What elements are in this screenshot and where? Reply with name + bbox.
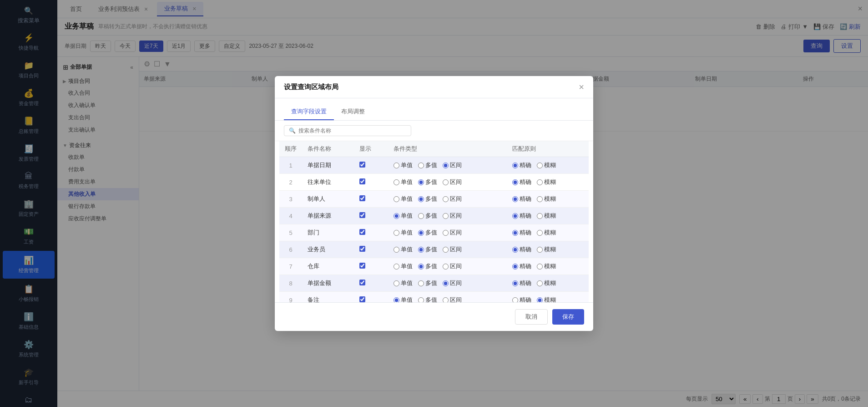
match-radio-label[interactable]: 模糊 (537, 178, 556, 186)
type-radio-input[interactable] (443, 230, 449, 236)
type-radio-label[interactable]: 区间 (443, 195, 462, 203)
type-radio-input[interactable] (418, 247, 424, 253)
type-radio-input[interactable] (443, 163, 449, 168)
match-radio-label[interactable]: 精确 (512, 296, 531, 302)
match-radio-input[interactable] (512, 196, 518, 202)
show-checkbox[interactable] (359, 246, 365, 252)
match-radio-label[interactable]: 精确 (512, 262, 531, 270)
type-radio-label[interactable]: 区间 (443, 229, 462, 237)
type-radio-label[interactable]: 多值 (418, 245, 437, 254)
show-checkbox[interactable] (359, 263, 365, 269)
match-radio-label[interactable]: 精确 (512, 212, 531, 220)
type-radio-label[interactable]: 区间 (443, 245, 462, 254)
show-checkbox[interactable] (359, 195, 365, 201)
cancel-button[interactable]: 取消 (515, 309, 548, 325)
type-radio-label[interactable]: 单值 (394, 195, 413, 203)
match-radio-label[interactable]: 精确 (512, 178, 531, 186)
type-radio-input[interactable] (418, 280, 424, 286)
type-radio-input[interactable] (443, 196, 449, 202)
match-radio-label[interactable]: 精确 (512, 245, 531, 254)
type-radio-input[interactable] (443, 213, 449, 219)
type-radio-input[interactable] (418, 163, 424, 168)
type-radio-input[interactable] (418, 213, 424, 219)
match-radio-input[interactable] (537, 230, 543, 236)
match-radio-input[interactable] (537, 163, 543, 168)
match-radio-label[interactable]: 精确 (512, 161, 531, 169)
match-radio-label[interactable]: 模糊 (537, 229, 556, 237)
type-radio-input[interactable] (394, 297, 399, 303)
match-radio-label[interactable]: 精确 (512, 279, 531, 287)
match-radio-input[interactable] (537, 179, 543, 185)
match-radio-input[interactable] (512, 280, 518, 286)
match-radio-input[interactable] (512, 264, 518, 270)
match-radio-input[interactable] (512, 230, 518, 236)
type-radio-input[interactable] (394, 213, 399, 219)
type-radio-label[interactable]: 区间 (443, 178, 462, 186)
type-radio-input[interactable] (418, 230, 424, 236)
type-radio-label[interactable]: 单值 (394, 279, 413, 287)
type-radio-input[interactable] (443, 179, 449, 185)
show-checkbox[interactable] (359, 162, 365, 168)
type-radio-input[interactable] (394, 280, 399, 286)
match-radio-input[interactable] (537, 280, 543, 286)
match-radio-label[interactable]: 模糊 (537, 279, 556, 287)
type-radio-input[interactable] (443, 280, 449, 286)
match-radio-label[interactable]: 精确 (512, 229, 531, 237)
match-radio-label[interactable]: 模糊 (537, 296, 556, 302)
match-radio-input[interactable] (512, 247, 518, 253)
type-radio-label[interactable]: 区间 (443, 262, 462, 270)
type-radio-label[interactable]: 多值 (418, 161, 437, 169)
type-radio-input[interactable] (418, 179, 424, 185)
match-radio-input[interactable] (512, 179, 518, 185)
type-radio-label[interactable]: 单值 (394, 262, 413, 270)
match-radio-input[interactable] (537, 247, 543, 253)
show-checkbox[interactable] (359, 212, 365, 218)
type-radio-label[interactable]: 单值 (394, 296, 413, 302)
type-radio-input[interactable] (394, 230, 399, 236)
type-radio-label[interactable]: 单值 (394, 161, 413, 169)
type-radio-label[interactable]: 单值 (394, 212, 413, 220)
tab-field-settings[interactable]: 查询字段设置 (284, 104, 334, 120)
type-radio-label[interactable]: 多值 (418, 195, 437, 203)
type-radio-input[interactable] (443, 247, 449, 253)
match-radio-label[interactable]: 模糊 (537, 262, 556, 270)
show-checkbox[interactable] (359, 229, 365, 235)
type-radio-label[interactable]: 多值 (418, 178, 437, 186)
condition-search-input[interactable] (298, 127, 389, 134)
dialog-close-button[interactable]: × (579, 82, 584, 92)
type-radio-input[interactable] (394, 179, 399, 185)
type-radio-label[interactable]: 单值 (394, 245, 413, 254)
save-button-dialog[interactable]: 保存 (552, 309, 584, 325)
type-radio-input[interactable] (418, 297, 424, 303)
match-radio-input[interactable] (512, 297, 518, 303)
match-radio-label[interactable]: 模糊 (537, 212, 556, 220)
type-radio-label[interactable]: 单值 (394, 178, 413, 186)
match-radio-input[interactable] (537, 196, 543, 202)
type-radio-input[interactable] (394, 264, 399, 270)
type-radio-input[interactable] (418, 264, 424, 270)
type-radio-label[interactable]: 多值 (418, 262, 437, 270)
type-radio-label[interactable]: 单值 (394, 229, 413, 237)
match-radio-label[interactable]: 模糊 (537, 195, 556, 203)
type-radio-input[interactable] (394, 247, 399, 253)
type-radio-input[interactable] (394, 163, 399, 168)
type-radio-input[interactable] (394, 196, 399, 202)
type-radio-label[interactable]: 多值 (418, 279, 437, 287)
type-radio-label[interactable]: 多值 (418, 212, 437, 220)
type-radio-label[interactable]: 区间 (443, 279, 462, 287)
type-radio-label[interactable]: 多值 (418, 296, 437, 302)
tab-layout[interactable]: 布局调整 (334, 104, 372, 120)
type-radio-label[interactable]: 多值 (418, 229, 437, 237)
match-radio-input[interactable] (537, 264, 543, 270)
type-radio-label[interactable]: 区间 (443, 296, 462, 302)
show-checkbox[interactable] (359, 178, 365, 184)
match-radio-input[interactable] (512, 213, 518, 219)
match-radio-input[interactable] (537, 297, 543, 303)
match-radio-label[interactable]: 模糊 (537, 245, 556, 254)
match-radio-input[interactable] (512, 163, 518, 168)
match-radio-label[interactable]: 模糊 (537, 161, 556, 169)
show-checkbox[interactable] (359, 296, 365, 302)
match-radio-label[interactable]: 精确 (512, 195, 531, 203)
show-checkbox[interactable] (359, 280, 365, 285)
type-radio-input[interactable] (443, 264, 449, 270)
